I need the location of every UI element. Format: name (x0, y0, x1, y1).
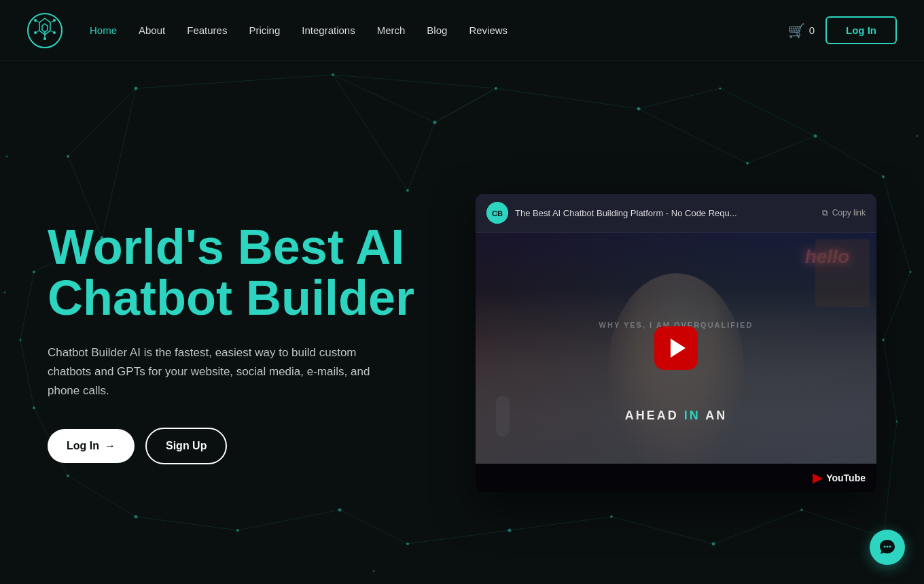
copy-icon: ⧉ (822, 208, 828, 218)
play-button[interactable] (654, 326, 698, 370)
navbar: HomeAboutFeaturesPricingIntegrationsMerc… (0, 0, 924, 61)
logo[interactable] (27, 13, 63, 48)
hero-signup-button[interactable]: Sign Up (145, 428, 227, 464)
video-title-row: CB The Best AI Chatbot Building Platform… (486, 202, 737, 224)
svg-point-75 (887, 546, 889, 548)
arrow-icon: → (105, 440, 116, 452)
nav-link-merch[interactable]: Merch (377, 24, 406, 36)
nav-link-home[interactable]: Home (90, 24, 117, 36)
navbar-right: 🛒 0 Log In (788, 16, 897, 44)
cart-icon: 🛒 (788, 22, 805, 39)
hero-section: World's Best AI Chatbot Builder Chatbot … (0, 61, 924, 584)
nav-link-about[interactable]: About (139, 24, 165, 36)
nav-link-features[interactable]: Features (187, 24, 227, 36)
nav-link-pricing[interactable]: Pricing (249, 24, 280, 36)
nav-link-blog[interactable]: Blog (427, 24, 447, 36)
hero-login-button[interactable]: Log In → (48, 429, 135, 463)
hero-left: World's Best AI Chatbot Builder Chatbot … (48, 222, 442, 464)
youtube-icon: ▶ (813, 470, 822, 485)
svg-text:CB: CB (492, 209, 503, 218)
nav-link-reviews[interactable]: Reviews (469, 24, 508, 36)
copy-link-button[interactable]: ⧉ Copy link (822, 208, 866, 218)
hero-subtitle: Chatbot Builder AI is the fastest, easie… (48, 343, 387, 400)
svg-point-74 (884, 546, 886, 548)
navbar-left: HomeAboutFeaturesPricingIntegrationsMerc… (27, 13, 508, 48)
nav-links: HomeAboutFeaturesPricingIntegrationsMerc… (90, 24, 508, 37)
cart-button[interactable]: 🛒 0 (788, 22, 815, 39)
svg-point-66 (43, 37, 46, 40)
video-topbar: CB The Best AI Chatbot Building Platform… (476, 194, 876, 233)
svg-point-70 (34, 31, 37, 34)
hero-right: CB The Best AI Chatbot Building Platform… (476, 194, 876, 492)
svg-point-71 (53, 31, 56, 34)
play-icon (671, 339, 686, 358)
hero-buttons: Log In → Sign Up (48, 428, 442, 464)
chat-icon (878, 538, 896, 556)
video-container: CB The Best AI Chatbot Building Platform… (476, 194, 876, 492)
hero-title: World's Best AI Chatbot Builder (48, 222, 442, 324)
video-thumbnail: hello WHY YES, I AM OVERQUALIFIED AHEAD … (476, 233, 876, 464)
video-text-overlay: AHEAD IN AN (625, 409, 727, 423)
svg-point-68 (34, 19, 37, 22)
youtube-logo: ▶ YouTube (813, 470, 866, 485)
svg-point-69 (53, 19, 56, 22)
svg-point-76 (889, 546, 891, 548)
nav-link-integrations[interactable]: Integrations (302, 24, 355, 36)
navbar-login-button[interactable]: Log In (825, 16, 897, 44)
cart-count: 0 (809, 24, 815, 36)
video-title-text: The Best AI Chatbot Building Platform - … (515, 208, 737, 218)
video-bottom-bar: ▶ YouTube (476, 464, 876, 492)
video-avatar: CB (486, 202, 508, 224)
chat-widget[interactable] (870, 530, 905, 565)
